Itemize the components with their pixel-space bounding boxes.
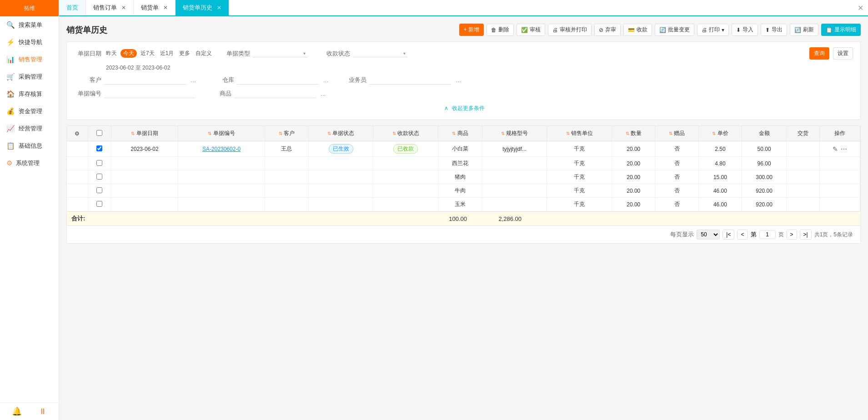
row-checkbox[interactable] [96, 145, 102, 151]
page-input[interactable] [759, 230, 776, 239]
agent-ellipsis[interactable]: ... [454, 76, 463, 84]
row-checkbox[interactable] [96, 174, 102, 180]
filter-customer: 客户 ... [74, 75, 198, 85]
cell-gift: 否 [655, 198, 698, 211]
col-gear[interactable]: ⚙ [67, 126, 88, 141]
shortcut-yesterday[interactable]: 昨天 [104, 49, 119, 58]
sort-icon: ⇅ [279, 131, 282, 136]
print-button[interactable]: 🖨 打印 ▾ [697, 24, 729, 36]
tab-sales-goods-close[interactable]: ✕ [163, 5, 168, 11]
sidebar-item-label: 销售管理 [19, 55, 42, 64]
display-button[interactable]: 📋 显示明细 [821, 24, 861, 36]
abandon-button[interactable]: ⊘ 弃审 [594, 24, 621, 36]
cell-doc-status [308, 184, 373, 198]
tab-sales-order-close[interactable]: ✕ [121, 5, 126, 11]
audit-print-button[interactable]: 🖨 审核并打印 [548, 24, 592, 36]
shortcut-1month[interactable]: 近1月 [158, 49, 176, 58]
sidebar-item-sales-mgmt[interactable]: 📊 销售管理 [0, 51, 59, 68]
tab-sales-history-close[interactable]: ✕ [217, 5, 221, 11]
payment-status-select[interactable]: ▾ [353, 50, 407, 57]
filter-row-2: 客户 ... 仓库 ... 业务员 ... [74, 75, 853, 85]
cell-action [820, 198, 860, 211]
cell-doc-no: SA-20230602-0 [178, 141, 265, 157]
query-button[interactable]: 查询 [809, 47, 829, 60]
sidebar-item-label: 经营管理 [19, 125, 42, 133]
doc-type-select[interactable]: ▾ [253, 50, 307, 57]
cell-qty: 20.00 [612, 141, 655, 157]
customer-input[interactable] [104, 75, 186, 85]
tab-home[interactable]: 首页 [59, 0, 86, 15]
notification-btn[interactable]: 🔔 [12, 406, 22, 416]
goods-input[interactable] [234, 89, 316, 98]
cell-checkbox[interactable] [88, 198, 111, 211]
next-page-btn[interactable]: > [787, 230, 797, 240]
edit-icon[interactable]: ✎ [833, 145, 838, 153]
refresh-button[interactable]: 🔃 刷新 [790, 24, 818, 36]
cell-unit: 千克 [547, 198, 612, 211]
warehouse-input[interactable] [237, 75, 319, 85]
row-checkbox[interactable] [96, 160, 102, 166]
tab-bar-close-btn[interactable]: ✕ [858, 4, 863, 12]
batch-change-button[interactable]: 🔄 批量变更 [655, 24, 694, 36]
shortcut-more[interactable]: 更多 [177, 49, 192, 58]
select-all-checkbox[interactable] [96, 130, 102, 136]
shortcut-custom[interactable]: 自定义 [194, 49, 214, 58]
export-button[interactable]: ⬆ 导出 [761, 24, 787, 36]
warehouse-ellipsis[interactable]: ... [321, 76, 331, 84]
table-row: 牛肉 千克 20.00 否 46.00 920.00 [67, 184, 860, 198]
pause-btn[interactable]: ⏸ [39, 407, 47, 416]
delete-button[interactable]: 🗑 删除 [487, 24, 514, 36]
sidebar-item-quick-nav[interactable]: ⚡ 快捷导航 [0, 34, 59, 51]
sidebar-item-finance[interactable]: 💰 资金管理 [0, 103, 59, 120]
doc-no-input[interactable] [104, 89, 195, 98]
audit-print-icon: 🖨 [552, 27, 558, 33]
tab-sales-history[interactable]: 销货单历史 ✕ [176, 0, 229, 15]
cell-customer [265, 198, 308, 211]
settings-button[interactable]: 设置 [833, 47, 853, 60]
cell-checkbox[interactable] [88, 184, 111, 198]
cell-amount: 300.00 [742, 170, 787, 184]
footer-label: 合计: [71, 215, 94, 223]
sidebar-item-inventory[interactable]: 🏠 库存核算 [0, 85, 59, 103]
prev-page-btn[interactable]: < [737, 230, 748, 240]
sort-icon: ⇅ [626, 131, 629, 136]
more-icon[interactable]: ⋯ [841, 145, 847, 153]
cell-checkbox[interactable] [88, 170, 111, 184]
audit-button[interactable]: ✅ 审核 [517, 24, 545, 36]
cell-checkbox[interactable] [88, 157, 111, 170]
sidebar-item-sys-admin[interactable]: ⚙ 系统管理 [0, 155, 59, 172]
col-goods: ⇅ 商品 [438, 126, 482, 141]
customer-ellipsis[interactable]: ... [189, 76, 198, 84]
collect-button[interactable]: 💳 收款 [623, 24, 652, 36]
sidebar-item-operations[interactable]: 📈 经营管理 [0, 120, 59, 137]
page-label-before: 第 [751, 230, 757, 239]
sidebar-item-basic-info[interactable]: 📋 基础信息 [0, 137, 59, 155]
filter-row-1: 单据日期 昨天 今天 近7天 近1月 更多 自定义 单据类型 ▾ [74, 47, 853, 60]
cell-doc-status [308, 157, 373, 170]
agent-input[interactable] [369, 75, 451, 85]
sort-icon: ⇅ [712, 131, 716, 136]
sidebar-item-purchase-mgmt[interactable]: 🛒 采购管理 [0, 68, 59, 85]
cell-checkbox[interactable] [88, 141, 111, 157]
row-checkbox[interactable] [96, 187, 102, 193]
shortcut-today[interactable]: 今天 [120, 49, 137, 58]
goods-ellipsis[interactable]: ... [319, 90, 328, 97]
first-page-btn[interactable]: |< [722, 230, 734, 240]
cell-delivery [787, 198, 820, 211]
sidebar-item-search-menu[interactable]: 🔍 搜索菜单 [0, 16, 59, 34]
tab-sales-order[interactable]: 销售订单 ✕ [86, 0, 134, 15]
sidebar-item-label: 采购管理 [19, 73, 42, 81]
new-button[interactable]: + 新增 [459, 24, 484, 36]
collapse-button[interactable]: ∧ 收起更多条件 [74, 103, 853, 114]
page-size-select[interactable]: 50 20 100 [697, 230, 720, 240]
col-checkbox[interactable] [88, 126, 111, 141]
cell-qty: 20.00 [612, 198, 655, 211]
doc-no-link[interactable]: SA-20230602-0 [202, 146, 241, 152]
last-page-btn[interactable]: >| [800, 230, 812, 240]
row-checkbox[interactable] [96, 201, 102, 207]
shortcut-7days[interactable]: 近7天 [139, 49, 156, 58]
doc-icon: 📋 [6, 142, 15, 150]
import-button[interactable]: ⬇ 导入 [732, 24, 758, 36]
tab-sales-goods[interactable]: 销货单 ✕ [134, 0, 176, 15]
cell-amount: 920.00 [742, 184, 787, 198]
